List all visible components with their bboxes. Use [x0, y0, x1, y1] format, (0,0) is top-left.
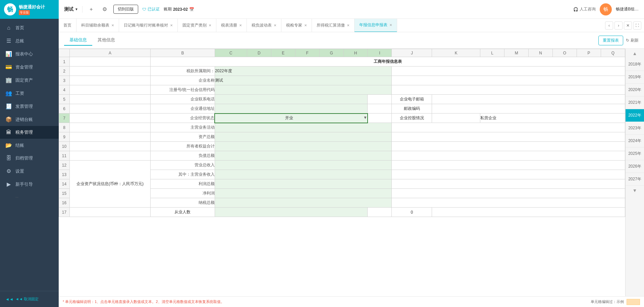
tab-other-info[interactable]: 其他信息	[92, 35, 120, 46]
cell-3-c[interactable]: 测试	[215, 76, 392, 85]
cell-9-c[interactable]	[215, 132, 392, 142]
cell-16-c[interactable]	[215, 198, 392, 208]
col-header-b[interactable]: B	[151, 49, 215, 57]
sidebar-item-home[interactable]: ⌂ 首页	[0, 21, 59, 34]
year-item-2023[interactable]: 2023年	[626, 122, 644, 135]
settings-button[interactable]: ⚙	[100, 5, 109, 14]
cell-5-c[interactable]	[215, 95, 368, 104]
sidebar-item-salary[interactable]: 👥 工资	[0, 87, 59, 100]
cell-7-l[interactable]: 私营企业	[480, 114, 625, 123]
tab-close-icon[interactable]: ✕	[347, 24, 350, 27]
cell-3-j[interactable]	[392, 76, 625, 85]
year-item-2021[interactable]: 2021年	[626, 96, 644, 109]
col-header-a[interactable]: A	[70, 49, 151, 57]
tab-aux[interactable]: 科目辅助余额表 ✕	[76, 19, 119, 32]
cell-11-j[interactable]	[392, 151, 625, 161]
cell-17-i[interactable]	[368, 208, 392, 217]
tab-tax-expert[interactable]: 税检专家 ✕	[281, 19, 312, 32]
cell-15-j[interactable]	[392, 189, 625, 198]
cell-9-b[interactable]: 资产总额	[151, 132, 215, 142]
tab-next-button[interactable]: ›	[614, 21, 623, 30]
tab-close-icon[interactable]: ✕	[389, 23, 392, 27]
cell-15-b[interactable]: 净利润	[151, 189, 215, 198]
cell-6-j[interactable]: 邮政编码	[392, 104, 432, 114]
tab-basic-info[interactable]: 基础信息	[64, 35, 92, 46]
cell-4-a[interactable]	[70, 85, 151, 95]
cell-9-j[interactable]	[392, 132, 625, 142]
company-selector[interactable]: 测试 ▼	[64, 6, 78, 12]
cell-1-a[interactable]	[70, 57, 151, 67]
cell-7-c-dropdown[interactable]: 开业 ▼	[215, 114, 368, 123]
reset-report-button[interactable]: 重置报表	[598, 36, 623, 45]
cell-5-i[interactable]	[368, 95, 392, 104]
year-item-2022[interactable]: 2022年	[626, 109, 644, 122]
tab-home[interactable]: 首页	[59, 19, 76, 32]
cell-3-b[interactable]: 企业名称	[151, 76, 215, 85]
service-button[interactable]: 🎧 人工咨询	[573, 6, 596, 12]
sidebar-item-extra[interactable]: ...	[0, 191, 59, 202]
cell-4-j[interactable]	[392, 85, 625, 95]
cell-12-b[interactable]: 营业总收入	[151, 161, 215, 170]
cell-12-j[interactable]	[392, 161, 625, 170]
sidebar-item-guide[interactable]: ▶ 新手引导	[0, 178, 59, 191]
cell-10-a[interactable]	[70, 142, 151, 151]
cell-8-a[interactable]	[70, 123, 151, 132]
sidebar-item-ledger[interactable]: ☰ 总账	[0, 34, 59, 47]
switch-version-button[interactable]: 切到旧版	[113, 5, 138, 14]
cell-3-a[interactable]	[70, 76, 151, 85]
cell-6-i[interactable]	[368, 104, 392, 114]
cell-6-c[interactable]	[215, 104, 368, 114]
col-header-g[interactable]: G	[319, 49, 343, 57]
cell-14-j[interactable]	[392, 179, 625, 189]
col-header-m[interactable]: M	[504, 49, 529, 57]
cell-2-c[interactable]: 2022年度	[215, 67, 392, 76]
cell-17-k[interactable]	[432, 208, 625, 217]
cell-2-j[interactable]	[392, 67, 625, 76]
year-item-2019[interactable]: 2019年	[626, 71, 644, 84]
col-header-e[interactable]: E	[271, 49, 295, 57]
cell-5-j[interactable]: 企业电子邮箱	[392, 95, 432, 104]
sidebar-logo[interactable]: 畅 畅捷通好会计 专业版	[0, 0, 59, 19]
add-button[interactable]: +	[87, 5, 96, 14]
col-header-p[interactable]: P	[577, 49, 601, 57]
tab-close-icon[interactable]: ✕	[304, 24, 307, 27]
cell-6-a[interactable]	[70, 104, 151, 114]
cell-15-c[interactable]	[215, 189, 392, 198]
cell-5-b[interactable]: 企业联系电话	[151, 95, 215, 104]
cell-12-c[interactable]	[215, 161, 392, 170]
cell-2-a[interactable]	[70, 67, 151, 76]
tab-prev-button[interactable]: ‹	[605, 21, 613, 30]
sidebar-item-fixed[interactable]: 🏢 固定资产	[0, 74, 59, 87]
cell-14-c[interactable]	[215, 179, 392, 189]
sidebar-item-settle[interactable]: 📂 结账	[0, 139, 59, 152]
tab-tax-wave[interactable]: 税负波动表 ✕	[247, 19, 281, 32]
col-header-d[interactable]: D	[247, 49, 271, 57]
tab-expand-button[interactable]: ⛶	[633, 21, 641, 30]
cell-10-c[interactable]	[215, 142, 392, 151]
cell-2-b[interactable]: 税款所属期间：	[151, 67, 215, 76]
cell-17-j[interactable]: 0	[392, 208, 432, 217]
avatar[interactable]: 畅	[600, 3, 612, 15]
cell-11-b[interactable]: 负债总额	[151, 151, 215, 161]
cell-7-j[interactable]: 企业控股情况	[392, 114, 432, 123]
tab-fixed-asset[interactable]: 固定资产类别 ✕	[178, 19, 216, 32]
tab-tax-clear[interactable]: 税表清册 ✕	[216, 19, 247, 32]
year-item-2027[interactable]: 2027年	[626, 173, 644, 186]
tab-close-icon[interactable]: ✕	[274, 24, 276, 27]
cell-10-b[interactable]: 所有者权益合计	[151, 142, 215, 151]
col-header-f[interactable]: F	[295, 49, 319, 57]
col-header-j[interactable]: J	[392, 49, 432, 57]
sidebar-item-archive[interactable]: 🗄 归档管理	[0, 152, 59, 165]
cell-7-a[interactable]	[70, 114, 151, 123]
year-item-2025[interactable]: 2025年	[626, 147, 644, 160]
cell-7-b[interactable]: 企业经营状态	[151, 114, 215, 123]
cell-12-a[interactable]: 企业资产状况信息(币种：人民币万元)	[70, 161, 151, 208]
cell-10-j[interactable]	[392, 142, 625, 151]
sidebar-item-tax[interactable]: 🏛 税务管理	[0, 126, 59, 139]
year-item-2024[interactable]: 2024年	[626, 135, 644, 147]
cell-11-a[interactable]	[70, 151, 151, 161]
refresh-button[interactable]: ↻ 刷新	[626, 38, 639, 43]
cell-8-b[interactable]: 主营业务活动	[151, 123, 215, 132]
year-item-2020[interactable]: 2020年	[626, 84, 644, 96]
cell-7-i[interactable]	[368, 114, 392, 123]
